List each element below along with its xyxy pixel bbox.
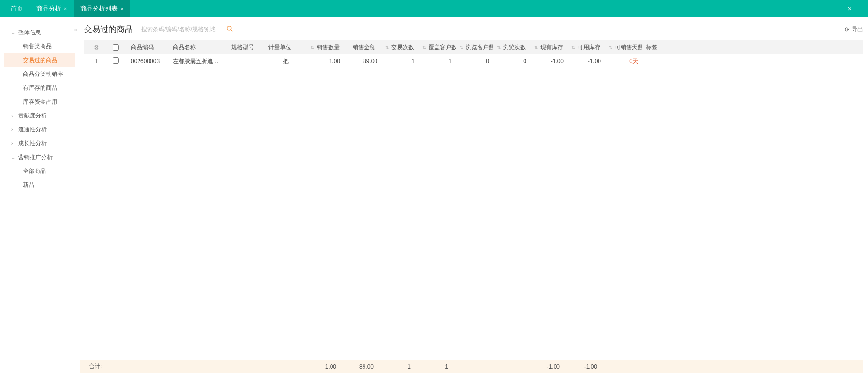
chevron-right-icon: › bbox=[11, 141, 16, 146]
main-panel: 交易过的商品 ⟳ 导出 ⚙ bbox=[75, 17, 868, 373]
table-settings-button[interactable]: ⚙ bbox=[84, 44, 109, 51]
sidebar-item-all-products[interactable]: 全部商品 bbox=[4, 164, 75, 178]
close-icon[interactable]: × bbox=[64, 6, 67, 11]
col-code[interactable]: 商品编码 bbox=[127, 43, 169, 52]
close-icon[interactable]: × bbox=[120, 6, 123, 11]
chevron-down-icon: ⌄ bbox=[11, 30, 16, 35]
sidebar-item-sales-products[interactable]: 销售类商品 bbox=[4, 40, 75, 53]
cell-stock: -1.00 bbox=[530, 58, 568, 64]
sidebar-group-label: 贡献度分析 bbox=[18, 112, 47, 120]
cell-customers: 1 bbox=[418, 58, 456, 64]
col-name[interactable]: 商品名称 bbox=[169, 43, 227, 52]
cell-qty: 1.00 bbox=[307, 58, 344, 64]
svg-line-1 bbox=[231, 29, 233, 31]
col-stock[interactable]: 现有库存 bbox=[530, 43, 568, 52]
col-available[interactable]: 可用库存 bbox=[568, 43, 605, 52]
col-unit[interactable]: 计量单位 bbox=[265, 43, 307, 52]
table-header-row: ⚙ 商品编码 商品名称 规格型号 计量单位 销售数量 销售金额 交易次数 覆盖客… bbox=[84, 40, 863, 54]
col-amount[interactable]: 销售金额 bbox=[344, 43, 381, 52]
select-all-checkbox[interactable] bbox=[113, 44, 119, 51]
sidebar: « ⌄ 整体信息 销售类商品 交易过的商品 商品分类动销率 有库存的商品 库存资… bbox=[4, 17, 75, 373]
col-trades[interactable]: 交易次数 bbox=[381, 43, 418, 52]
data-table: ⚙ 商品编码 商品名称 规格型号 计量单位 销售数量 销售金额 交易次数 覆盖客… bbox=[84, 40, 863, 68]
col-spec[interactable]: 规格型号 bbox=[227, 43, 265, 52]
tab-label: 首页 bbox=[11, 4, 23, 13]
col-sellable-days[interactable]: 可销售天数 bbox=[605, 43, 642, 52]
footer-qty: 1.00 bbox=[303, 363, 340, 370]
sidebar-group-marketing[interactable]: ⌄ 营销推广分析 bbox=[4, 150, 75, 164]
sidebar-group-label: 整体信息 bbox=[18, 29, 41, 37]
col-browse-count[interactable]: 浏览次数 bbox=[493, 43, 530, 52]
window-fullscreen-icon[interactable]: ⛶ bbox=[858, 5, 864, 12]
export-button[interactable]: ⟳ 导出 bbox=[845, 25, 863, 33]
table-row[interactable]: 1 002600003 左都胶囊五折遮阳伞防嗮伞; 把 1.00 89.00 1… bbox=[84, 54, 863, 68]
col-customers[interactable]: 覆盖客户数 bbox=[418, 43, 456, 52]
cell-trades: 1 bbox=[381, 58, 418, 64]
col-browse-customers[interactable]: 浏览客户数 bbox=[456, 43, 493, 52]
chevron-right-icon: › bbox=[11, 127, 16, 132]
search-icon[interactable] bbox=[226, 25, 233, 33]
cell-browse-customers[interactable]: 0 bbox=[456, 58, 493, 64]
tab-product-analysis-list[interactable]: 商品分析列表 × bbox=[74, 0, 130, 17]
row-checkbox-cell bbox=[109, 57, 127, 65]
sidebar-group-circulation[interactable]: › 流通性分析 bbox=[4, 123, 75, 137]
footer-customers: 1 bbox=[415, 363, 452, 370]
window-close-icon[interactable]: × bbox=[848, 5, 852, 12]
col-tag[interactable]: 标签 bbox=[642, 43, 863, 52]
cell-browse-count: 0 bbox=[493, 58, 530, 64]
cell-code: 002600003 bbox=[127, 58, 169, 64]
sidebar-item-stock-capital[interactable]: 库存资金占用 bbox=[4, 95, 75, 109]
row-index: 1 bbox=[84, 58, 109, 64]
cell-amount: 89.00 bbox=[344, 58, 381, 64]
sidebar-group-label: 流通性分析 bbox=[18, 126, 47, 134]
footer-amount: 89.00 bbox=[340, 363, 377, 370]
sidebar-item-category-sell-rate[interactable]: 商品分类动销率 bbox=[4, 67, 75, 81]
sidebar-item-in-stock-products[interactable]: 有库存的商品 bbox=[4, 81, 75, 95]
col-qty[interactable]: 销售数量 bbox=[307, 43, 344, 52]
chevron-right-icon: › bbox=[11, 113, 16, 118]
tab-label: 商品分析 bbox=[36, 4, 61, 13]
footer-trades: 1 bbox=[377, 363, 415, 370]
svg-point-0 bbox=[227, 26, 231, 30]
sidebar-group-label: 营销推广分析 bbox=[18, 153, 53, 161]
export-label: 导出 bbox=[852, 25, 863, 33]
footer-available: -1.00 bbox=[564, 363, 601, 370]
tab-home[interactable]: 首页 bbox=[4, 0, 30, 17]
sidebar-group-overview[interactable]: ⌄ 整体信息 bbox=[4, 26, 75, 40]
sidebar-group-growth[interactable]: › 成长性分析 bbox=[4, 137, 75, 150]
tab-product-analysis[interactable]: 商品分析 × bbox=[30, 0, 74, 17]
sidebar-collapse-icon[interactable]: « bbox=[74, 26, 77, 33]
gear-icon: ⚙ bbox=[94, 44, 99, 51]
footer-stock: -1.00 bbox=[526, 363, 564, 370]
sidebar-group-contribution[interactable]: › 贡献度分析 bbox=[4, 109, 75, 123]
header-checkbox-cell bbox=[109, 44, 127, 51]
cell-available: -1.00 bbox=[568, 58, 605, 64]
export-icon: ⟳ bbox=[845, 26, 850, 33]
chevron-down-icon: ⌄ bbox=[11, 155, 16, 160]
search-input[interactable] bbox=[141, 24, 223, 34]
sidebar-group-label: 成长性分析 bbox=[18, 139, 47, 148]
cell-sellable-days: 0天 bbox=[605, 57, 642, 65]
row-checkbox[interactable] bbox=[113, 57, 119, 64]
sidebar-item-traded-products[interactable]: 交易过的商品 bbox=[4, 53, 75, 67]
cell-unit: 把 bbox=[265, 57, 307, 65]
page-title: 交易过的商品 bbox=[84, 24, 133, 35]
footer-label: 合计: bbox=[80, 362, 123, 371]
table-footer: 合计: 1.00 89.00 1 1 -1.00 -1.00 bbox=[80, 360, 863, 373]
top-tab-bar: 首页 商品分析 × 商品分析列表 × × ⛶ bbox=[0, 0, 868, 17]
cell-name: 左都胶囊五折遮阳伞防嗮伞; bbox=[169, 57, 227, 65]
sidebar-item-new-products[interactable]: 新品 bbox=[4, 178, 75, 192]
tab-label: 商品分析列表 bbox=[80, 4, 118, 13]
